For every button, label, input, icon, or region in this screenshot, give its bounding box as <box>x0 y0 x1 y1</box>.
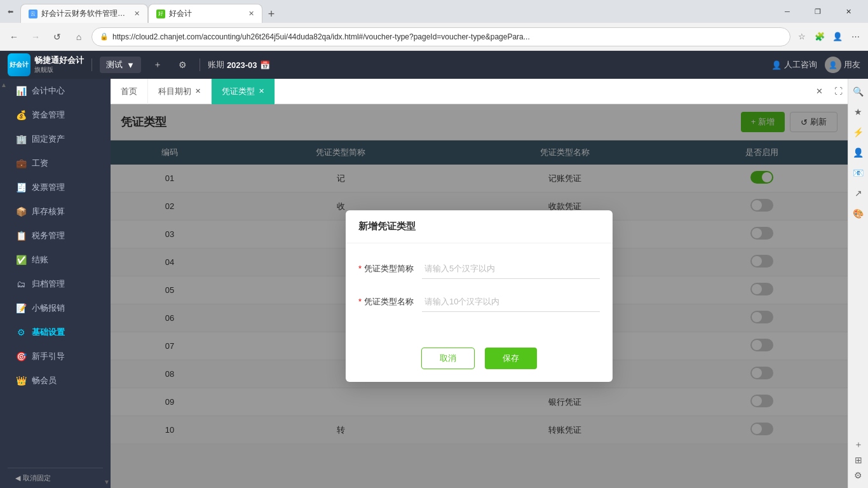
sidebar-label-tax: 税务管理 <box>32 230 65 241</box>
salary-icon: 💼 <box>15 158 27 169</box>
sidebar: 📊 会计中心 💰 资金管理 🏢 固定资产 💼 工资 🧾 发票管理 📦 库 <box>8 79 103 488</box>
tab-favicon-2: 好 <box>156 10 165 18</box>
capital-icon: 💰 <box>15 109 27 121</box>
browser-tab-1[interactable]: 云 好会计云财务软件管理系统_会计 ✕ <box>20 4 148 23</box>
modal: 新增凭证类型 * 凭证类型简称 * <box>346 210 613 382</box>
address-input[interactable]: 🔒 https://cloud2.chanjet.com/accounting/… <box>92 27 790 46</box>
cancel-button[interactable]: 取消 <box>421 348 475 369</box>
right-panel: 🔍 ★ ⚡ 👤 📧 ↗ 🎨 ＋ ⊞ ⚙ <box>848 79 868 488</box>
name-label-text: 凭证类型名称 <box>364 297 414 306</box>
settings-icon: ⚙ <box>15 327 27 338</box>
sidebar-item-dashboard[interactable]: 📊 会计中心 <box>8 79 103 103</box>
sidebar-item-member[interactable]: 👑 畅会员 <box>8 369 103 393</box>
sidebar-item-settings[interactable]: ⚙ 基础设置 <box>8 320 103 344</box>
sidebar-label-assets: 固定资产 <box>32 133 65 145</box>
rp-color-icon[interactable]: 🎨 <box>851 206 866 221</box>
sidebar-scroll-up[interactable]: ▲ <box>0 79 8 488</box>
abbr-input[interactable] <box>422 259 600 279</box>
rp-bottom: ＋ ⊞ ⚙ <box>851 437 866 483</box>
sidebar-scroll-down[interactable]: ▼ <box>103 79 111 488</box>
rp-outlook-icon[interactable]: 📧 <box>851 165 866 180</box>
period-label: 账期 <box>208 59 224 71</box>
tab-title-1: 好会计云财务软件管理系统_会计 <box>41 8 130 19</box>
form-row-abbr: * 凭证类型简称 <box>358 259 600 279</box>
menu-icon[interactable]: ⋯ <box>848 29 863 44</box>
sidebar-item-archive[interactable]: 🗂 归档管理 <box>8 272 103 296</box>
calendar-icon: 📅 <box>260 60 270 70</box>
close-button[interactable]: ✕ <box>834 0 863 23</box>
rp-share-icon[interactable]: ↗ <box>851 186 866 201</box>
rp-star-icon[interactable]: ★ <box>851 104 866 119</box>
sidebar-item-assets[interactable]: 🏢 固定资产 <box>8 127 103 151</box>
maximize-button[interactable]: ❐ <box>803 0 832 23</box>
rp-plus-icon[interactable]: ＋ <box>851 437 866 452</box>
sidebar-item-guide[interactable]: 🎯 新手引导 <box>8 344 103 369</box>
sidebar-item-report[interactable]: 📝 小畅报销 <box>8 296 103 320</box>
browser-tab-2[interactable]: 好 好会计 ✕ <box>148 4 262 23</box>
tab-voucher-type[interactable]: 凭证类型 ✕ <box>212 79 275 104</box>
name-input[interactable] <box>422 292 600 312</box>
rp-grid-icon[interactable]: ⊞ <box>851 452 866 468</box>
sidebar-label-settlement: 结账 <box>32 254 48 266</box>
back-button[interactable]: ← <box>5 28 23 46</box>
chevron-down-icon: ▼ <box>126 60 135 70</box>
tab-home-label: 首页 <box>121 86 137 97</box>
required-mark-1: * <box>358 264 362 273</box>
consulting-icon: 👤 <box>771 60 782 70</box>
tab-subject-close[interactable]: ✕ <box>195 87 201 95</box>
sidebar-item-salary[interactable]: 💼 工资 <box>8 151 103 175</box>
rp-person-icon[interactable]: 👤 <box>851 145 866 160</box>
sidebar-label-invoice: 发票管理 <box>32 182 65 193</box>
browser-back-btn[interactable]: ⬅ <box>5 6 15 17</box>
assets-icon: 🏢 <box>15 133 27 145</box>
tab-nav: 首页 科目期初 ✕ 凭证类型 ✕ ✕ ⛶ <box>111 79 848 104</box>
reload-button[interactable]: ↺ <box>48 28 66 46</box>
tab-voucher-close[interactable]: ✕ <box>259 87 264 95</box>
tab-minimize-button[interactable]: ✕ <box>810 79 829 104</box>
settings-button[interactable]: ⚙ <box>174 56 192 74</box>
tab-home[interactable]: 首页 <box>111 79 148 104</box>
sidebar-item-inventory[interactable]: 📦 库存核算 <box>8 200 103 224</box>
sidebar-label-dashboard: 会计中心 <box>32 85 65 97</box>
company-selector[interactable]: 测试 ▼ <box>100 57 141 73</box>
rp-search-icon[interactable]: 🔍 <box>851 84 866 99</box>
sidebar-label-salary: 工资 <box>32 158 48 169</box>
sidebar-item-capital[interactable]: 💰 资金管理 <box>8 103 103 127</box>
tab-close-2[interactable]: ✕ <box>248 10 254 18</box>
name-label: * 凭证类型名称 <box>358 296 422 308</box>
sidebar-item-tax[interactable]: 📋 税务管理 <box>8 224 103 248</box>
required-mark-2: * <box>358 297 362 306</box>
cancel-pin-button[interactable]: ◀ 取消固定 <box>15 473 95 483</box>
tab-fullscreen-button[interactable]: ⛶ <box>829 79 848 104</box>
app-logo: 好会计 畅捷通好会计 旗舰版 <box>8 53 84 76</box>
user-button[interactable]: 👤 用友 <box>825 57 860 73</box>
home-button[interactable]: ⌂ <box>70 28 88 46</box>
add-company-button[interactable]: ＋ <box>149 56 166 74</box>
tab-close-1[interactable]: ✕ <box>134 10 140 18</box>
rp-settings-icon[interactable]: ⚙ <box>851 468 866 483</box>
consulting-label: 人工咨询 <box>784 59 817 71</box>
rp-apps-icon[interactable]: ⚡ <box>851 125 866 140</box>
bookmark-icon[interactable]: ☆ <box>794 29 810 44</box>
extensions-icon[interactable]: 🧩 <box>812 29 827 44</box>
save-button[interactable]: 保存 <box>485 348 537 369</box>
abbr-label-text: 凭证类型简称 <box>364 264 414 273</box>
tab-bar: 云 好会计云财务软件管理系统_会计 ✕ 好 好会计 ✕ + <box>20 0 768 23</box>
period-info: 账期 2023-03 📅 <box>208 59 270 71</box>
period-value: 2023-03 <box>227 60 257 70</box>
consulting-button[interactable]: 👤 人工咨询 <box>771 59 817 71</box>
sidebar-bottom: ◀ 取消固定 <box>8 468 103 488</box>
sidebar-item-invoice[interactable]: 🧾 发票管理 <box>8 175 103 200</box>
logo-title: 畅捷通好会计 <box>34 55 84 65</box>
lock-icon: 🔒 <box>100 32 109 41</box>
minimize-button[interactable]: ─ <box>773 0 802 23</box>
new-tab-button[interactable]: + <box>262 5 280 23</box>
forward-button[interactable]: → <box>27 28 44 46</box>
settlement-icon: ✅ <box>15 254 27 266</box>
tab-subject[interactable]: 科目期初 ✕ <box>148 79 212 104</box>
app-container: 好会计 畅捷通好会计 旗舰版 测试 ▼ ＋ ⚙ 账期 2023-03 📅 👤 人… <box>0 51 868 488</box>
tab-title-2: 好会计 <box>169 8 192 19</box>
sidebar-item-settlement[interactable]: ✅ 结账 <box>8 248 103 272</box>
tab-subject-label: 科目期初 <box>158 86 191 97</box>
profile-icon[interactable]: 👤 <box>830 29 845 44</box>
